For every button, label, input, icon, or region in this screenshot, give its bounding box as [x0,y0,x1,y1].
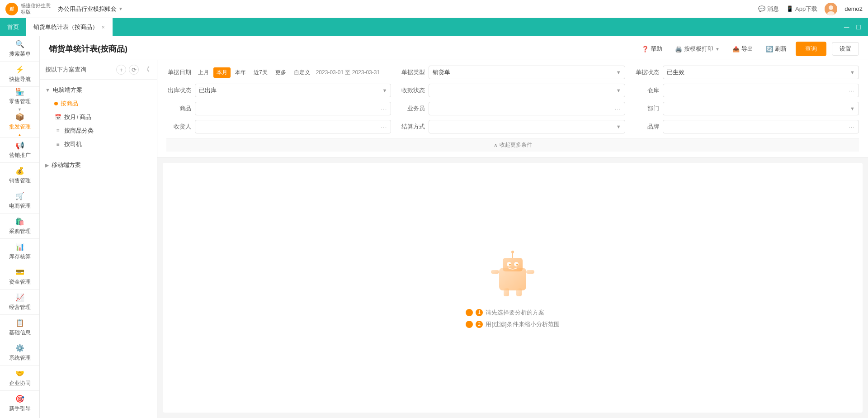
sidebar-item-retail[interactable]: 🏪 零售管理 ▼ [0,87,39,112]
date-tab-custom[interactable]: 自定义 [291,67,313,78]
sidebar-item-finance[interactable]: 💳 资金管理 [0,264,39,290]
avatar[interactable] [825,3,837,15]
export-icon: 📤 [732,46,740,52]
scheme-group-computer: ▼ 电脑端方案 按商品 📅 按月+商品 ≡ 按商品分类 [40,80,157,155]
filter-payment-status-field: 收款状态 ▼ [400,84,625,97]
sidebar-item-sales[interactable]: 💰 销售管理 [0,163,39,188]
doc-type-input[interactable]: 销货单 ▼ [429,66,625,79]
help-button[interactable]: ❓ 帮助 [638,43,666,55]
svg-point-7 [509,264,511,266]
doc-status-input[interactable]: 已生效 ▼ [663,66,859,79]
sidebar-item-wholesale[interactable]: 📦 批发管理 ▲ [0,112,39,138]
scheme-icon-cashier: ≡ [54,141,61,148]
refresh-scheme-button[interactable]: ⟳ [129,65,139,75]
stock-status-label: 出库状态 [166,86,191,95]
inventory-icon: 📊 [15,242,24,251]
search-icon: 🔍 [15,40,24,48]
user-avatar-img [825,3,837,15]
newbie-icon: 🎯 [15,394,24,403]
warehouse-input[interactable]: ··· [663,84,859,97]
message-icon: 💬 [758,5,765,12]
sidebar-item-system[interactable]: ⚙️ 系统管理 [0,340,39,366]
empty-hint-list: 1 请先选择要分析的方案 2 用[过滤]条件来缩小分析范围 [466,307,559,330]
collapse-toggle[interactable]: ∧ 收起更多条件 [166,138,859,152]
sidebar-item-search[interactable]: 🔍 搜索菜单 [0,36,39,62]
filters-section: 单据日期 上月 本月 本年 [157,60,868,157]
sidebar-item-purchase[interactable]: 🛍️ 采购管理 [0,214,39,239]
sidebar-item-apps[interactable]: 📱 应用中心 [0,416,39,418]
scheme-group-mobile: ▶ 移动端方案 [40,155,157,176]
collapse-sidebar-button[interactable]: 《 [142,65,151,75]
page-header-actions: ❓ 帮助 🖨️ 按模板打印 ▼ 📤 导出 🔄 刷新 查询 [638,42,859,56]
settlement-input[interactable]: ▼ [429,120,625,133]
doc-type-label: 单据类型 [400,68,425,76]
date-tab-this-month[interactable]: 本月 [213,67,231,78]
logo-icon: 财 [5,3,18,15]
scheme-item-by-month-product[interactable]: 📅 按月+商品 [40,110,157,124]
refresh-button[interactable]: 🔄 刷新 [762,43,790,55]
print-chevron-icon: ▼ [715,47,720,52]
sidebar-item-quicknav[interactable]: ⚡ 快捷导航 [0,62,39,87]
sidebar-item-marketing[interactable]: 📢 营销推广 [0,138,39,163]
date-tab-this-year[interactable]: 本年 [232,67,249,78]
sidebar-item-enterprise[interactable]: 🤝 企业协同 [0,366,39,391]
scheme-icon-category: ≡ [54,127,61,134]
workspace-selector[interactable]: 办公用品行业模拟账套 ▼ [54,3,127,15]
stock-status-input[interactable]: 已出库 ▼ [195,84,391,97]
sidebar-item-ecommerce[interactable]: 🛒 电商管理 [0,188,39,214]
empty-state: 1 请先选择要分析的方案 2 用[过滤]条件来缩小分析范围 [163,163,863,413]
app-download-button[interactable]: 📱 App下载 [786,5,817,13]
brand-input[interactable]: ··· [663,120,859,133]
empty-hint-2: 2 用[过滤]条件来缩小分析范围 [466,318,559,330]
doc-status-chevron-icon: ▼ [850,70,855,75]
nav-icon: ⚡ [15,65,24,74]
main-layout: 🔍 搜索菜单 ⚡ 快捷导航 🏪 零售管理 ▼ 📦 批发管理 ▲ 📢 营销推广 💰… [0,36,868,418]
download-icon: 📱 [786,5,793,12]
tab-home[interactable]: 首页 [0,18,26,36]
salesperson-label: 业务员 [400,104,425,113]
scheme-category-mobile[interactable]: ▶ 移动端方案 [40,158,157,172]
query-button[interactable]: 查询 [796,42,826,56]
sidebar-item-basic[interactable]: 📋 基础信息 [0,315,39,340]
recipient-more-icon: ··· [381,124,387,130]
svg-point-10 [511,251,514,253]
date-tab-last-month[interactable]: 上月 [195,67,212,78]
brand-more-icon: ··· [849,124,855,130]
scheme-item-by-category[interactable]: ≡ 按商品分类 [40,124,157,138]
salesperson-input[interactable]: ··· [429,102,625,115]
collapse-icon: ∧ [494,142,498,148]
sidebar-item-operations[interactable]: 📈 经营管理 [0,290,39,315]
tab-close-icon[interactable]: × [101,24,105,31]
print-button[interactable]: 🖨️ 按模板打印 ▼ [671,43,723,55]
sidebar-item-inventory[interactable]: 📊 库存核算 [0,239,39,264]
export-button[interactable]: 📤 导出 [729,43,757,55]
scheme-item-by-cashier[interactable]: ≡ 按司机 [40,138,157,151]
filter-salesperson-field: 业务员 ··· [400,102,625,115]
settings-button[interactable]: 设置 [832,42,859,56]
scheme-category-computer[interactable]: ▼ 电脑端方案 [40,83,157,97]
payment-status-input[interactable]: ▼ [429,84,625,97]
date-tab-more[interactable]: 更多 [272,67,289,78]
empty-state-illustration [486,245,540,299]
salesperson-more-icon: ··· [615,105,621,112]
product-input[interactable]: ··· [195,102,391,115]
filter-sidebar-header-actions: + ⟳ 《 [116,65,151,75]
messages-button[interactable]: 💬 消息 [758,5,779,13]
system-icon: ⚙️ [15,344,24,352]
date-tab-last7[interactable]: 近7天 [250,67,271,78]
recipient-input[interactable]: ··· [195,120,391,133]
sidebar-item-newbie[interactable]: 🎯 新手引导 [0,391,39,416]
svg-rect-13 [504,288,509,296]
main-body: 按以下方案查询 + ⟳ 《 ▼ [40,60,868,418]
page-title: 销货单统计表(按商品) [49,43,127,54]
payment-chevron-icon: ▼ [616,88,621,93]
department-input[interactable]: ▼ [663,102,859,115]
tab-maximize-btn[interactable]: □ [854,21,863,33]
finance-icon: 💳 [15,268,24,276]
enterprise-icon: 🤝 [15,369,24,378]
tab-minimize-btn[interactable]: ─ [842,21,851,33]
add-scheme-button[interactable]: + [116,65,126,75]
sales-icon: 💰 [15,166,24,175]
tab-current[interactable]: 销货单统计表（按商品） × [26,18,113,36]
scheme-item-by-product[interactable]: 按商品 [40,97,157,110]
